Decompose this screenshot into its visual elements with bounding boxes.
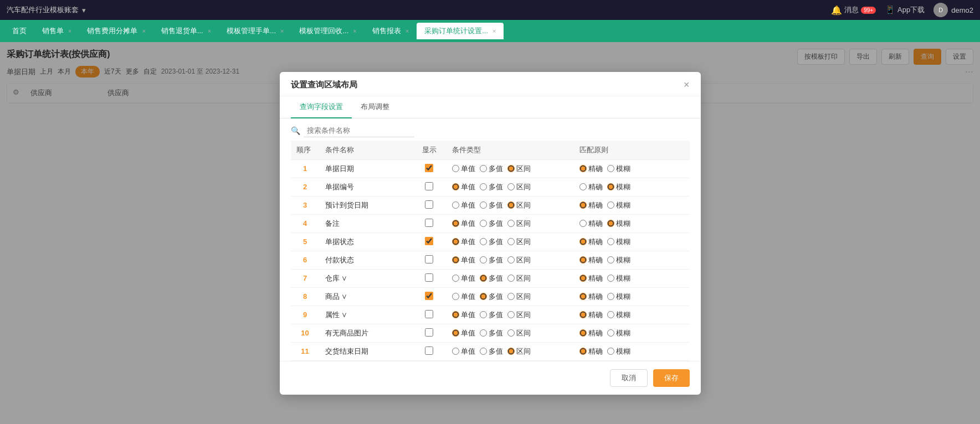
- row-type-cell: 单值多值区间: [447, 287, 574, 306]
- close-icon[interactable]: ×: [142, 28, 145, 34]
- row-type-cell: 单值多值区间: [447, 178, 574, 196]
- row-show-cell: [412, 214, 447, 232]
- match-radio-group: 精确模糊: [579, 237, 684, 247]
- row-condition-name: 有无商品图片: [320, 324, 412, 342]
- show-checkbox[interactable]: [425, 310, 433, 318]
- row-match-cell: 精确模糊: [574, 342, 690, 360]
- row-match-cell: 精确模糊: [574, 178, 690, 196]
- show-checkbox[interactable]: [425, 292, 433, 300]
- table-row: 10有无商品图片单值多值区间精确模糊: [291, 324, 690, 342]
- search-input[interactable]: [304, 124, 414, 137]
- row-seq: 4: [291, 214, 320, 232]
- row-seq: 5: [291, 232, 320, 251]
- notification-icon[interactable]: 🔔 消息 99+: [831, 5, 876, 15]
- row-match-cell: 精确模糊: [574, 269, 690, 287]
- type-radio-group: 单值多值区间: [452, 237, 568, 247]
- show-checkbox[interactable]: [425, 273, 433, 282]
- show-checkbox[interactable]: [425, 255, 433, 263]
- row-show-cell: [412, 251, 447, 269]
- dialog-title: 设置查询区域布局: [291, 80, 357, 90]
- top-bar-right: 🔔 消息 99+ 📱 App下载 D demo2: [831, 3, 973, 17]
- row-type-cell: 单值多值区间: [447, 306, 574, 324]
- avatar[interactable]: D demo2: [933, 3, 973, 17]
- row-condition-name: 单据编号: [320, 178, 412, 196]
- row-match-cell: 精确模糊: [574, 251, 690, 269]
- table-row: 11交货结束日期单值多值区间精确模糊: [291, 342, 690, 360]
- row-seq: 6: [291, 251, 320, 269]
- table-row: 5单据状态单值多值区间精确模糊: [291, 232, 690, 251]
- close-icon[interactable]: ×: [353, 28, 356, 34]
- dialog-search: 🔍: [280, 118, 701, 141]
- type-radio-group: 单值多值区间: [452, 328, 568, 338]
- type-radio-group: 单值多值区间: [452, 310, 568, 320]
- dialog-footer: 取消 保存: [280, 361, 701, 395]
- row-show-cell: [412, 306, 447, 324]
- row-match-cell: 精确模糊: [574, 287, 690, 306]
- row-seq: 9: [291, 306, 320, 324]
- row-condition-name: 备注: [320, 214, 412, 232]
- content-area: 采购订单统计表(按供应商) 单据日期 上月 本月 本年 近7天 更多 自定 20…: [0, 42, 980, 424]
- type-radio-group: 单值多值区间: [452, 200, 568, 210]
- row-type-cell: 单值多值区间: [447, 324, 574, 342]
- table-row: 6付款状态单值多值区间精确模糊: [291, 251, 690, 269]
- row-type-cell: 单值多值区间: [447, 232, 574, 251]
- nav-tab-return[interactable]: 销售退货单... ×: [153, 23, 219, 39]
- download-icon[interactable]: 📱 App下载: [885, 5, 925, 15]
- table-row: 7仓库 ∨单值多值区间精确模糊: [291, 269, 690, 287]
- nav-tab-home[interactable]: 首页: [4, 23, 34, 39]
- show-checkbox[interactable]: [425, 182, 433, 190]
- modal-overlay: 设置查询区域布局 × 查询字段设置 布局调整 🔍 顺序 条件名: [0, 42, 980, 424]
- show-checkbox[interactable]: [425, 200, 433, 209]
- show-checkbox[interactable]: [425, 347, 433, 355]
- match-radio-group: 精确模糊: [579, 200, 684, 210]
- nav-tab-template2[interactable]: 模板管理回收... ×: [291, 23, 364, 39]
- row-type-cell: 单值多值区间: [447, 269, 574, 287]
- row-type-cell: 单值多值区间: [447, 159, 574, 178]
- dialog: 设置查询区域布局 × 查询字段设置 布局调整 🔍 顺序 条件名: [280, 72, 701, 395]
- nav-tab-expense[interactable]: 销售费用分摊单 ×: [79, 23, 153, 39]
- row-condition-name: 付款状态: [320, 251, 412, 269]
- type-radio-group: 单值多值区间: [452, 164, 568, 174]
- close-icon[interactable]: ×: [492, 28, 496, 34]
- close-icon[interactable]: ×: [68, 28, 71, 34]
- match-radio-group: 精确模糊: [579, 182, 684, 192]
- row-match-cell: 精确模糊: [574, 324, 690, 342]
- tab-query-fields[interactable]: 查询字段设置: [291, 96, 352, 118]
- table-row: 8商品 ∨单值多值区间精确模糊: [291, 287, 690, 306]
- tab-layout-adjust[interactable]: 布局调整: [352, 96, 398, 118]
- cancel-button[interactable]: 取消: [610, 369, 648, 387]
- close-icon[interactable]: ×: [406, 28, 409, 34]
- dialog-close-button[interactable]: ×: [684, 80, 690, 90]
- table-row: 4备注单值多值区间精确模糊: [291, 214, 690, 232]
- nav-bar: 首页 销售单 × 销售费用分摊单 × 销售退货单... × 模板管理手单... …: [0, 20, 980, 42]
- dialog-tabs: 查询字段设置 布局调整: [280, 96, 701, 118]
- top-bar: 汽车配件行业模板账套 ▾ 🔔 消息 99+ 📱 App下载 D demo2: [0, 0, 980, 20]
- show-checkbox[interactable]: [425, 219, 433, 227]
- row-seq: 1: [291, 159, 320, 178]
- close-icon[interactable]: ×: [280, 28, 284, 34]
- row-show-cell: [412, 342, 447, 360]
- show-checkbox[interactable]: [425, 237, 433, 245]
- nav-tab-purchase-stats[interactable]: 采购订单统计设置... ×: [417, 23, 504, 39]
- row-type-cell: 单值多值区间: [447, 342, 574, 360]
- nav-tab-sales[interactable]: 销售单 ×: [34, 23, 79, 39]
- row-match-cell: 精确模糊: [574, 214, 690, 232]
- row-condition-name: 仓库 ∨: [320, 269, 412, 287]
- close-icon[interactable]: ×: [208, 28, 211, 34]
- show-checkbox[interactable]: [425, 328, 433, 337]
- type-radio-group: 单值多值区间: [452, 219, 568, 229]
- nav-tab-report[interactable]: 销售报表 ×: [365, 23, 417, 39]
- show-checkbox[interactable]: [425, 164, 433, 172]
- app-name: 汽车配件行业模板账套 ▾: [7, 5, 86, 15]
- type-radio-group: 单值多值区间: [452, 182, 568, 192]
- row-seq: 2: [291, 178, 320, 196]
- row-show-cell: [412, 178, 447, 196]
- match-radio-group: 精确模糊: [579, 273, 684, 283]
- row-match-cell: 精确模糊: [574, 232, 690, 251]
- col-header-name: 条件名称: [320, 141, 412, 160]
- row-condition-name: 商品 ∨: [320, 287, 412, 306]
- row-condition-name: 单据日期: [320, 159, 412, 178]
- nav-tab-template1[interactable]: 模板管理手单... ×: [219, 23, 291, 39]
- row-show-cell: [412, 159, 447, 178]
- save-button[interactable]: 保存: [653, 369, 690, 387]
